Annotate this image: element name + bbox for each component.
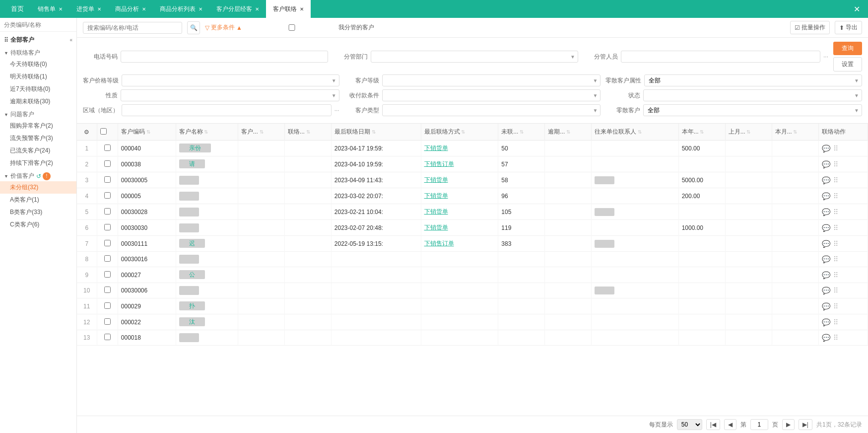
bulk-ops-button[interactable]: ☑ 批量操作 xyxy=(790,21,830,34)
tab-sales[interactable]: 销售单 ✕ xyxy=(31,0,69,18)
row-checkbox[interactable] xyxy=(104,144,111,151)
method-link[interactable]: 下销货单 xyxy=(424,176,448,183)
more-icon[interactable]: ⠿ xyxy=(833,224,838,232)
row-checkbox[interactable] xyxy=(104,160,111,167)
row-checkbox-cell[interactable] xyxy=(97,141,118,156)
group-problem-label[interactable]: ▼ 问题客户 xyxy=(0,108,76,120)
group-value-label[interactable]: ▼ 价值客户 ↺ ! xyxy=(0,169,76,181)
col-this-year[interactable]: 本年... xyxy=(678,124,725,141)
close-purchase-icon[interactable]: ✕ xyxy=(97,6,101,12)
more-icon[interactable]: ⠿ xyxy=(833,302,838,310)
row-checkbox[interactable] xyxy=(104,334,111,340)
sidebar-item-class-a[interactable]: A类客户(1) xyxy=(0,194,76,206)
gear-col[interactable]: ⚙ xyxy=(77,124,97,141)
row-checkbox-cell[interactable] xyxy=(97,236,118,252)
customer-name-cell[interactable] xyxy=(176,188,238,204)
price-grade-select[interactable] xyxy=(122,74,339,86)
method-link[interactable]: 下销货单 xyxy=(424,224,448,231)
close-sales-icon[interactable]: ✕ xyxy=(59,6,63,12)
search-button[interactable]: 🔍 xyxy=(187,21,200,34)
last-method-cell[interactable]: 下销售订单 xyxy=(421,236,498,252)
tab-analysis-list[interactable]: 商品分析列表 ✕ xyxy=(153,0,209,18)
refresh-icon[interactable]: ↺ xyxy=(36,173,41,180)
phone-input[interactable] xyxy=(121,51,328,63)
row-checkbox[interactable] xyxy=(104,302,111,309)
customer-name-cell[interactable]: 公 xyxy=(176,267,238,283)
chat-icon[interactable]: 💬 xyxy=(822,255,830,263)
sidebar-item-churned[interactable]: 已流失客户(24) xyxy=(0,144,76,157)
first-page-btn[interactable]: |◀ xyxy=(706,419,720,430)
last-method-cell[interactable]: 下销货单 xyxy=(421,172,498,188)
search-input[interactable] xyxy=(83,22,182,34)
last-page-btn[interactable]: ▶| xyxy=(799,419,812,430)
row-checkbox[interactable] xyxy=(104,224,111,230)
method-link[interactable]: 下销货单 xyxy=(424,144,448,151)
person-more-icon[interactable]: ··· xyxy=(823,53,828,60)
customer-name-cell[interactable] xyxy=(176,252,238,267)
row-checkbox-cell[interactable] xyxy=(97,220,118,236)
chat-icon[interactable]: 💬 xyxy=(822,224,830,232)
chat-icon[interactable]: 💬 xyxy=(822,287,830,294)
more-icon[interactable]: ⠿ xyxy=(833,255,838,263)
sidebar-item-class-c[interactable]: C类客户(6) xyxy=(0,218,76,231)
row-checkbox-cell[interactable] xyxy=(97,314,118,330)
customer-name-cell[interactable]: 亲份 xyxy=(176,141,238,156)
my-customers-check[interactable] xyxy=(247,24,336,31)
group-pending-label[interactable]: ▼ 待联络客户 xyxy=(0,46,76,58)
customer-name-cell[interactable]: 请 xyxy=(176,156,238,172)
col-last-month[interactable]: 上月... xyxy=(725,124,772,141)
chat-icon[interactable]: 💬 xyxy=(822,176,830,184)
last-method-cell[interactable] xyxy=(421,252,498,267)
last-method-cell[interactable]: 下销售订单 xyxy=(421,156,498,172)
row-checkbox-cell[interactable] xyxy=(97,252,118,267)
method-link[interactable]: 下销售订单 xyxy=(424,240,454,247)
more-icon[interactable]: ⠿ xyxy=(833,192,838,200)
payment-select[interactable] xyxy=(382,89,601,101)
col-last-method[interactable]: 最后联络方式 xyxy=(421,124,498,141)
row-checkbox[interactable] xyxy=(104,287,111,293)
export-button[interactable]: ⬆ 导出 xyxy=(835,21,862,34)
last-method-cell[interactable] xyxy=(421,283,498,298)
sidebar-item-tomorrow[interactable]: 明天待联络(1) xyxy=(0,71,76,83)
more-icon[interactable]: ⠿ xyxy=(833,144,838,152)
row-checkbox[interactable] xyxy=(104,208,111,215)
retail-attr-select[interactable]: 全部 xyxy=(644,74,862,86)
last-method-cell[interactable] xyxy=(421,330,498,346)
query-button[interactable]: 查询 xyxy=(833,42,862,55)
all-customers-header[interactable]: ⠿ 全部客户 « xyxy=(0,32,76,46)
more-icon[interactable]: ⠿ xyxy=(833,208,838,216)
col-overdue[interactable]: 逾期... xyxy=(545,124,592,141)
col-unlink-days[interactable]: 未联... xyxy=(498,124,545,141)
last-method-cell[interactable]: 下销货单 xyxy=(421,188,498,204)
close-segment-icon[interactable]: ✕ xyxy=(255,6,259,12)
close-analysis-list-icon[interactable]: ✕ xyxy=(199,6,202,12)
col-contact[interactable]: 联络... xyxy=(284,124,331,141)
tab-purchase[interactable]: 进货单 ✕ xyxy=(69,0,108,18)
sidebar-item-declining[interactable]: 持续下滑客户(2) xyxy=(0,157,76,169)
chat-icon[interactable]: 💬 xyxy=(822,240,830,248)
method-link[interactable]: 下销货单 xyxy=(424,208,448,215)
tab-customer-segment[interactable]: 客户分层经客 ✕ xyxy=(209,0,266,18)
customer-type-select[interactable] xyxy=(382,104,601,116)
method-link[interactable]: 下销货单 xyxy=(424,192,448,199)
row-checkbox-cell[interactable] xyxy=(97,283,118,298)
col-partner[interactable]: 往来单位联系人 xyxy=(592,124,678,141)
customer-name-cell[interactable] xyxy=(176,172,238,188)
collapse-icon[interactable]: « xyxy=(69,37,72,43)
window-close-button[interactable]: ✕ xyxy=(849,1,864,16)
row-checkbox-cell[interactable] xyxy=(97,188,118,204)
customer-grade-select[interactable] xyxy=(382,74,601,86)
sidebar-item-hoard[interactable]: 囤购异常客户(2) xyxy=(0,120,76,132)
prev-page-btn[interactable]: ◀ xyxy=(724,419,736,430)
row-checkbox[interactable] xyxy=(104,192,111,199)
more-icon[interactable]: ⠿ xyxy=(833,271,838,279)
more-icon[interactable]: ⠿ xyxy=(833,176,838,184)
customer-name-cell[interactable] xyxy=(176,220,238,236)
last-method-cell[interactable]: 下销货单 xyxy=(421,141,498,156)
retail-customer-select[interactable]: 全部 xyxy=(643,104,862,116)
chat-icon[interactable]: 💬 xyxy=(822,208,830,216)
customer-name-cell[interactable]: 汰 xyxy=(176,314,238,330)
sidebar-item-today[interactable]: 今天待联络(0) xyxy=(0,58,76,71)
sidebar-item-class-b[interactable]: B类客户(33) xyxy=(0,206,76,218)
row-checkbox[interactable] xyxy=(104,240,111,246)
